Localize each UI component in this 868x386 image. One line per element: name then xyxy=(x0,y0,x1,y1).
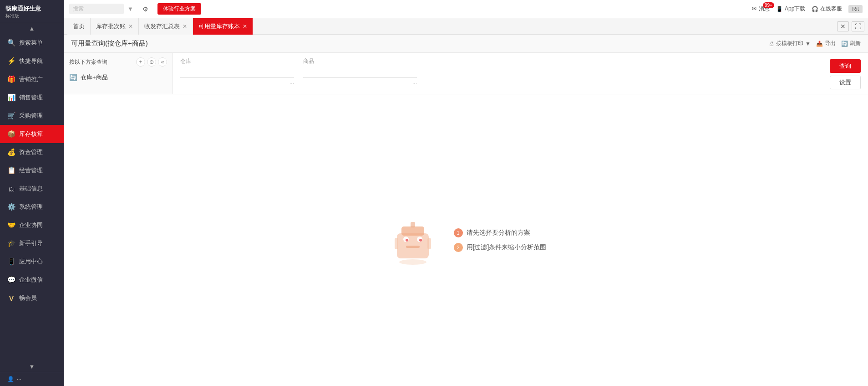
sidebar-scroll-down[interactable]: ▼ xyxy=(0,361,64,372)
main-area: 搜索 ▼ ⚙ 体验行业方案 ✉ 消息 99+ 📱 App下载 🎧 在线客服 Ri… xyxy=(64,0,868,386)
search-text: 搜索 xyxy=(73,5,84,12)
shortcut-icon: ⚡ xyxy=(7,57,15,65)
tab-inventory-summary-close[interactable]: ✕ xyxy=(183,23,187,30)
search-box: 搜索 xyxy=(69,4,124,14)
print-btn[interactable]: 🖨 按模板打印 ▼ xyxy=(769,40,811,47)
svg-rect-9 xyxy=(427,238,431,249)
sales-icon: 📊 xyxy=(7,93,15,102)
sidebar: 畅康通好生意 标准版 ▲ 🔍 搜索菜单 ⚡ 快捷导航 🎁 营销推广 📊 销售管理… xyxy=(0,0,64,386)
sidebar-item-marketing[interactable]: 🎁 营销推广 xyxy=(0,70,64,88)
settings-scheme-btn[interactable]: ⊙ xyxy=(147,57,156,67)
tab-maximize-btn[interactable]: ⛶ xyxy=(852,21,864,31)
sidebar-item-wechat[interactable]: 💬 企业微信 xyxy=(0,271,64,289)
header-settings-btn[interactable]: ⚙ xyxy=(137,4,154,15)
sidebar-nav: 🔍 搜索菜单 ⚡ 快捷导航 🎁 营销推广 📊 销售管理 🛒 采购管理 📦 库存核… xyxy=(0,34,64,361)
export-label: 导出 xyxy=(825,40,836,47)
headset-icon: 🎧 xyxy=(812,6,818,12)
tab-available-ledger[interactable]: 可用量库存账本 ✕ xyxy=(193,18,253,35)
sidebar-label-finance: 资金管理 xyxy=(19,148,43,156)
query-settings-btn[interactable]: 设置 xyxy=(830,76,861,89)
sidebar-item-purchase[interactable]: 🛒 采购管理 xyxy=(0,107,64,125)
step2-num: 2 xyxy=(454,243,463,252)
hint1-text: 请先选择要分析的方案 xyxy=(467,229,530,237)
collapse-scheme-btn[interactable]: « xyxy=(158,57,167,67)
page-title-bar: 可用量查询(按仓库+商品) 🖨 按模板打印 ▼ 📤 导出 🔄 刷新 xyxy=(64,35,868,53)
sidebar-item-base[interactable]: 🗂 基础信息 xyxy=(0,180,64,198)
dropdown-arrow-icon[interactable]: ▼ xyxy=(127,5,133,12)
page-content: 可用量查询(按仓库+商品) 🖨 按模板打印 ▼ 📤 导出 🔄 刷新 xyxy=(64,35,868,386)
svg-rect-2 xyxy=(411,222,415,227)
sidebar-item-appcenter[interactable]: 📱 应用中心 xyxy=(0,252,64,271)
app-download-label: App下载 xyxy=(785,5,805,13)
header-left: 搜索 ▼ ⚙ 体验行业方案 xyxy=(69,3,201,15)
scheme-label: 仓库+商品 xyxy=(81,73,108,82)
tab-available-ledger-close[interactable]: ✕ xyxy=(243,23,247,30)
sidebar-item-operation[interactable]: 📋 经营管理 xyxy=(0,161,64,180)
sidebar-scroll-up[interactable]: ▲ xyxy=(0,23,64,34)
inventory-icon: 📦 xyxy=(7,130,15,138)
refresh-btn[interactable]: 🔄 刷新 xyxy=(841,40,861,47)
warehouse-input[interactable] xyxy=(180,67,294,78)
sidebar-item-member[interactable]: V 畅会员 xyxy=(0,289,64,307)
messages-container[interactable]: ✉ 消息 99+ xyxy=(752,5,770,13)
hint2-text: 用[过滤]条件来缩小分析范围 xyxy=(467,243,547,252)
sidebar-label-member: 畅会员 xyxy=(19,294,37,302)
industry-btn[interactable]: 体验行业方案 xyxy=(157,3,201,15)
sidebar-label-base: 基础信息 xyxy=(19,185,43,193)
sidebar-item-enterprise[interactable]: 🤝 企业协同 xyxy=(0,216,64,234)
svg-point-6 xyxy=(419,239,422,242)
app-version: 标准版 xyxy=(5,13,58,19)
scheme-warehouse-goods[interactable]: 🔄 仓库+商品 xyxy=(64,70,173,85)
page-title: 可用量查询(按仓库+商品) xyxy=(71,39,148,48)
marketing-icon: 🎁 xyxy=(7,75,15,83)
sidebar-item-finance[interactable]: 💰 资金管理 xyxy=(0,143,64,161)
purchase-icon: 🛒 xyxy=(7,112,15,120)
add-scheme-btn[interactable]: + xyxy=(136,57,145,67)
empty-hint-2: 2 用[过滤]条件来缩小分析范围 xyxy=(454,243,547,252)
sidebar-item-shortcut[interactable]: ⚡ 快捷导航 xyxy=(0,52,64,70)
sidebar-item-inventory[interactable]: 📦 库存核算 xyxy=(0,125,64,143)
sidebar-item-search[interactable]: 🔍 搜索菜单 xyxy=(0,34,64,52)
goods-input[interactable] xyxy=(303,67,417,78)
query-btn[interactable]: 查询 xyxy=(830,59,861,73)
sidebar-label-shortcut: 快捷导航 xyxy=(19,57,43,65)
settings-scheme-icon: ⊙ xyxy=(149,59,154,65)
tab-batch-account-close[interactable]: ✕ xyxy=(128,23,133,30)
app-download[interactable]: 📱 App下载 xyxy=(776,5,805,13)
print-dropdown-icon: ▼ xyxy=(805,41,811,47)
svg-point-5 xyxy=(406,239,408,242)
sidebar-item-system[interactable]: ⚙️ 系统管理 xyxy=(0,198,64,216)
empty-state: 1 请先选择要分析的方案 2 用[过滤]条件来缩小分析范围 xyxy=(64,94,868,386)
warehouse-field: 仓库 ··· xyxy=(180,57,294,88)
sidebar-item-sales[interactable]: 📊 销售管理 xyxy=(0,88,64,107)
search-icon: 🔍 xyxy=(7,39,15,47)
query-area: 按以下方案查询 + ⊙ « 🔄 仓库+ xyxy=(64,53,868,94)
goods-label: 商品 xyxy=(303,57,417,65)
query-main: 仓库 ··· 商品 ··· 查询 设置 xyxy=(173,53,868,94)
tab-home[interactable]: 首页 xyxy=(67,18,91,35)
tab-inventory-summary[interactable]: 收发存汇总表 ✕ xyxy=(139,18,193,35)
newbie-icon: 🎓 xyxy=(7,239,15,247)
tab-batch-account[interactable]: 库存批次账 ✕ xyxy=(91,18,139,35)
wechat-icon: 💬 xyxy=(7,276,15,284)
user-avatar[interactable]: Rit xyxy=(848,5,863,13)
goods-more[interactable]: ··· xyxy=(412,80,417,88)
export-btn[interactable]: 📤 导出 xyxy=(816,40,836,47)
scheme-header-actions: + ⊙ « xyxy=(136,57,167,67)
message-icon: ✉ xyxy=(752,5,756,12)
top-header: 搜索 ▼ ⚙ 体验行业方案 ✉ 消息 99+ 📱 App下载 🎧 在线客服 Ri… xyxy=(64,0,868,18)
tab-home-label: 首页 xyxy=(73,22,85,31)
empty-hint-1: 1 请先选择要分析的方案 xyxy=(454,228,547,237)
tab-bar-controls: ✕ ⛶ xyxy=(837,21,864,31)
tab-close-btn[interactable]: ✕ xyxy=(837,21,849,31)
sidebar-label-marketing: 营销推广 xyxy=(19,75,43,83)
sidebar-user: ··· xyxy=(17,376,21,382)
goods-field: 商品 ··· xyxy=(303,57,417,88)
sidebar-label-operation: 经营管理 xyxy=(19,166,43,175)
sidebar-item-newbie[interactable]: 🎓 新手引导 xyxy=(0,234,64,252)
online-service[interactable]: 🎧 在线客服 xyxy=(812,5,842,13)
query-sidebar-header: 按以下方案查询 + ⊙ « xyxy=(64,57,173,70)
warehouse-more[interactable]: ··· xyxy=(289,80,294,88)
finance-icon: 💰 xyxy=(7,148,15,156)
scheme-header-label: 按以下方案查询 xyxy=(69,58,107,66)
